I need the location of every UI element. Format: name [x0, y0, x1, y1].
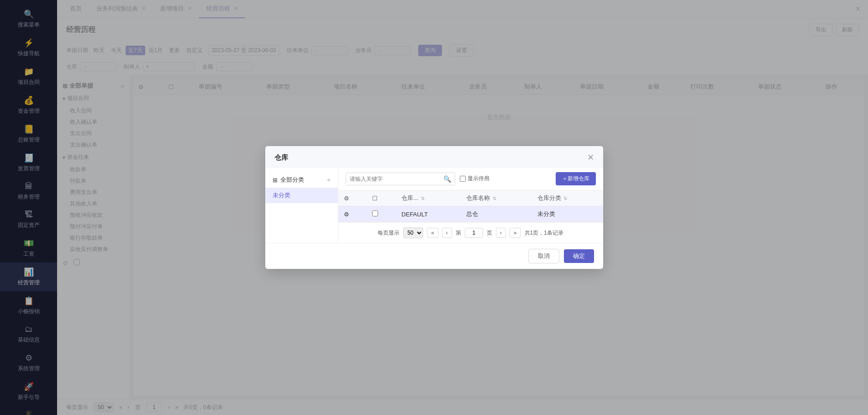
- modal-last-page[interactable]: »: [510, 228, 521, 238]
- modal-next-page[interactable]: ›: [496, 228, 506, 238]
- modal-title: 仓库: [274, 153, 288, 162]
- modal-page-input[interactable]: [465, 228, 483, 238]
- row-check: [367, 206, 396, 222]
- modal-body: ⊞ 全部分类 « 未分类 🔍 显示停用: [265, 168, 603, 243]
- row-name: 总仓: [461, 206, 532, 222]
- modal-cancel-btn[interactable]: 取消: [528, 249, 559, 263]
- modal-col-name: 仓库名称 ⇅: [461, 190, 532, 206]
- modal-total-label: 共1页，1条记录: [525, 229, 563, 237]
- modal-add-btn[interactable]: ＋新增仓库: [556, 172, 596, 185]
- modal-col-code: 仓库... ⇅: [396, 190, 461, 206]
- modal-prev-page[interactable]: ‹: [442, 228, 452, 238]
- show-disabled-checkbox[interactable]: [460, 176, 466, 182]
- warehouse-modal: 仓库 ✕ ⊞ 全部分类 « 未分类: [265, 146, 603, 269]
- modal-search-input[interactable]: [346, 173, 440, 184]
- show-disabled-label: 显示停用: [460, 175, 489, 183]
- modal-per-page-label: 每页显示: [378, 229, 400, 237]
- row-checkbox[interactable]: [372, 210, 378, 216]
- modal-right-panel: 🔍 显示停用 ＋新增仓库 ⚙ ☐: [338, 168, 603, 243]
- modal-close-btn[interactable]: ✕: [587, 152, 594, 163]
- modal-left-panel: ⊞ 全部分类 « 未分类: [265, 168, 338, 243]
- modal-per-page-select[interactable]: 50: [403, 227, 423, 238]
- modal-col-category: 仓库分类 ⇅: [532, 190, 603, 206]
- table-row[interactable]: ⚙ DEFAULT 总仓 未分类: [338, 206, 603, 222]
- modal-confirm-btn[interactable]: 确定: [564, 249, 594, 263]
- modal-header: 仓库 ✕: [265, 146, 603, 168]
- modal-page-label-after: 页: [487, 229, 492, 237]
- modal-toolbar: 🔍 显示停用 ＋新增仓库: [338, 168, 603, 190]
- collapse-left-modal[interactable]: «: [327, 177, 331, 183]
- modal-left-uncategorized[interactable]: 未分类: [265, 188, 338, 203]
- row-code: DEFAULT: [396, 206, 461, 222]
- modal-col-gear: ⚙: [338, 190, 367, 206]
- grid-icon-modal: ⊞: [273, 177, 278, 184]
- modal-first-page[interactable]: «: [427, 228, 438, 238]
- row-gear: ⚙: [338, 206, 367, 222]
- modal-search-icon[interactable]: 🔍: [440, 173, 455, 185]
- row-category: 未分类: [532, 206, 603, 222]
- modal-footer: 取消 确定: [265, 243, 603, 269]
- modal-pagination: 每页显示 50 « ‹ 第 页 › » 共1页，1条记录: [338, 222, 603, 243]
- modal-col-check: ☐: [367, 190, 396, 206]
- modal-table: ⚙ ☐ 仓库... ⇅ 仓库名称 ⇅ 仓库分类 ⇅ ⚙ DEF: [338, 190, 603, 222]
- modal-left-all-categories[interactable]: ⊞ 全部分类 «: [265, 172, 338, 188]
- modal-search-wrap: 🔍: [346, 173, 455, 185]
- modal-page-label-before: 第: [456, 229, 461, 237]
- modal-overlay: 仓库 ✕ ⊞ 全部分类 « 未分类: [0, 0, 868, 415]
